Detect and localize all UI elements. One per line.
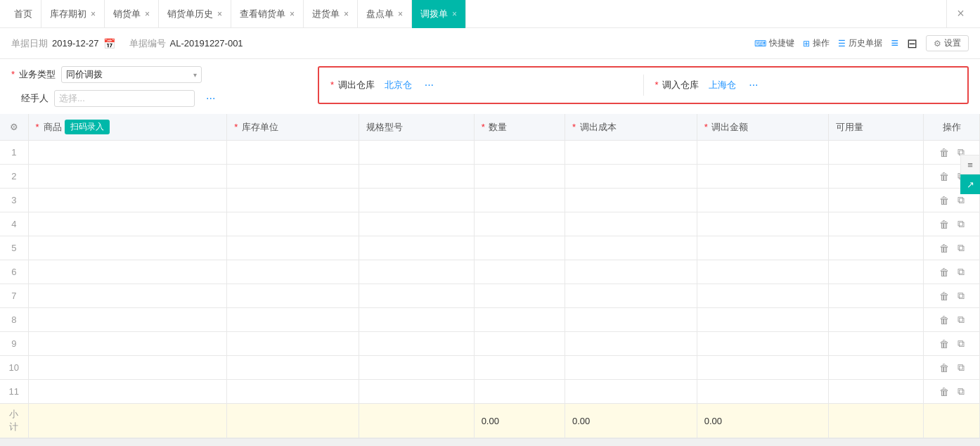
row-spec-10[interactable] [359,356,474,380]
row-amount-5[interactable] [697,236,829,260]
row-amount-9[interactable] [697,332,829,356]
row-spec-9[interactable] [359,332,474,356]
row-spec-1[interactable] [359,141,474,165]
tab-close-sales-order[interactable]: × [145,10,150,18]
row-spec-11[interactable] [359,380,474,404]
row-spec-7[interactable] [359,284,474,308]
row-available-3[interactable] [829,189,924,212]
row-available-11[interactable] [829,380,924,404]
row-spec-6[interactable] [359,260,474,284]
row-unit-10[interactable] [227,356,359,380]
copy-row-3-button[interactable]: ⧉ [956,193,966,208]
row-cost-4[interactable] [565,212,697,236]
tab-close-sales-history[interactable]: × [217,10,222,18]
tab-view-sales[interactable]: 查看销货单 × [231,0,304,28]
delete-row-6-button[interactable]: 🗑 [938,265,950,279]
row-available-4[interactable] [829,212,924,236]
row-qty-1[interactable] [474,141,565,165]
row-amount-7[interactable] [697,284,829,308]
row-goods-11[interactable] [28,380,227,404]
warehouse-in-more-icon[interactable]: ··· [749,79,758,91]
row-qty-8[interactable] [474,308,565,332]
tab-close-purchase[interactable]: × [344,10,349,18]
view-toggle-grid[interactable]: ⊟ [907,36,917,51]
delete-row-8-button[interactable]: 🗑 [938,313,950,327]
copy-row-4-button[interactable]: ⧉ [956,217,966,231]
delete-row-7-button[interactable]: 🗑 [938,289,950,303]
tab-inventory[interactable]: 盘点单 × [358,0,412,28]
row-goods-6[interactable] [28,260,227,284]
warehouse-in-value[interactable]: 上海仓 [709,79,736,91]
tab-purchase[interactable]: 进货单 × [304,0,358,28]
delete-row-11-button[interactable]: 🗑 [938,385,950,399]
delete-row-10-button[interactable]: 🗑 [938,361,950,375]
table-container[interactable]: ⚙ * 商品 扫码录入 * 库存单位 规格型号 [0,114,980,438]
row-cost-2[interactable] [565,165,697,189]
copy-row-9-button[interactable]: ⧉ [956,336,966,351]
row-qty-4[interactable] [474,212,565,236]
row-goods-1[interactable] [28,141,227,165]
table-gear-icon[interactable]: ⚙ [10,122,18,132]
window-close-button[interactable]: × [946,0,974,28]
row-qty-11[interactable] [474,380,565,404]
warehouse-out-value[interactable]: 北京仓 [385,79,412,91]
row-goods-7[interactable] [28,284,227,308]
row-goods-2[interactable] [28,165,227,189]
row-available-10[interactable] [829,356,924,380]
row-cost-6[interactable] [565,260,697,284]
copy-row-6-button[interactable]: ⧉ [956,265,966,279]
row-available-6[interactable] [829,260,924,284]
row-cost-10[interactable] [565,356,697,380]
row-qty-7[interactable] [474,284,565,308]
tab-home[interactable]: 首页 [6,0,41,28]
row-cost-1[interactable] [565,141,697,165]
row-cost-11[interactable] [565,380,697,404]
row-unit-3[interactable] [227,189,359,212]
row-unit-1[interactable] [227,141,359,165]
calendar-icon[interactable]: 📅 [103,38,115,49]
row-unit-5[interactable] [227,236,359,260]
row-amount-3[interactable] [697,189,829,212]
row-amount-1[interactable] [697,141,829,165]
delete-row-4-button[interactable]: 🗑 [938,217,950,231]
row-qty-2[interactable] [474,165,565,189]
row-goods-10[interactable] [28,356,227,380]
copy-row-11-button[interactable]: ⧉ [956,384,966,399]
row-unit-8[interactable] [227,308,359,332]
row-qty-10[interactable] [474,356,565,380]
row-goods-5[interactable] [28,236,227,260]
tab-close-init-stock[interactable]: × [91,10,96,18]
copy-row-7-button[interactable]: ⧉ [956,288,966,303]
row-unit-2[interactable] [227,165,359,189]
row-unit-6[interactable] [227,260,359,284]
tab-transfer[interactable]: 调拨单 × [412,0,466,28]
row-goods-8[interactable] [28,308,227,332]
scroll-bottom[interactable] [0,438,980,446]
scan-input-button[interactable]: 扫码录入 [65,120,110,134]
row-amount-10[interactable] [697,356,829,380]
row-available-5[interactable] [829,236,924,260]
tab-sales-order[interactable]: 销货单 × [105,0,159,28]
row-amount-2[interactable] [697,165,829,189]
float-list-button[interactable]: ≡ [960,155,980,174]
row-available-7[interactable] [829,284,924,308]
row-amount-11[interactable] [697,380,829,404]
tab-close-inventory[interactable]: × [398,10,403,18]
row-available-1[interactable] [829,141,924,165]
row-cost-3[interactable] [565,189,697,212]
shortcut-button[interactable]: ⌨ 快捷键 [754,37,794,49]
row-amount-4[interactable] [697,212,829,236]
row-available-9[interactable] [829,332,924,356]
row-spec-3[interactable] [359,189,474,212]
delete-row-5-button[interactable]: 🗑 [938,241,950,255]
business-type-select[interactable]: 同价调拨 ▾ [61,66,202,83]
row-goods-4[interactable] [28,212,227,236]
copy-row-8-button[interactable]: ⧉ [956,312,966,327]
row-amount-6[interactable] [697,260,829,284]
row-amount-8[interactable] [697,308,829,332]
row-cost-5[interactable] [565,236,697,260]
tab-sales-history[interactable]: 销货单历史 × [159,0,231,28]
delete-row-3-button[interactable]: 🗑 [938,193,950,208]
row-qty-3[interactable] [474,189,565,212]
row-goods-9[interactable] [28,332,227,356]
